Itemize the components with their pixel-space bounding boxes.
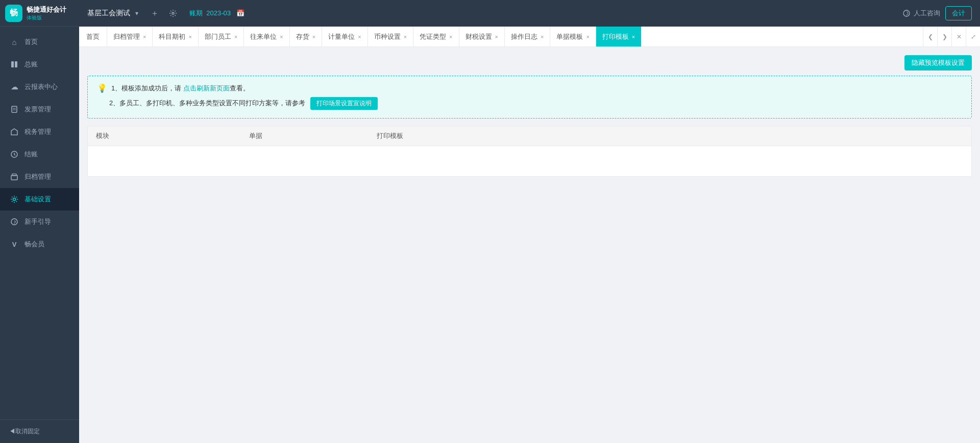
tab-nav-btns: ❮ ❯ ✕ ⤢ [923, 27, 980, 47]
svg-point-14 [906, 15, 906, 15]
sidebar-item-label: 结账 [24, 150, 38, 159]
col-module-header: 模块 [88, 131, 241, 141]
settings-icon [9, 194, 19, 204]
sidebar-item-reports[interactable]: ☁ 云报表中心 [0, 76, 79, 98]
tab-close-counterpart[interactable]: × [280, 34, 283, 40]
content-area: 隐藏预览模板设置 💡 1、模板添加成功后，请 点击刷新新页面查看。 2、多员工、… [79, 47, 980, 443]
tab-close-department[interactable]: × [234, 34, 237, 40]
sidebar-item-label: 税务管理 [24, 127, 51, 136]
tab-close-printtemplate[interactable]: × [632, 34, 635, 40]
hide-preview-btn[interactable]: 隐藏预览模板设置 [904, 55, 972, 71]
archive-icon [9, 172, 19, 182]
tab-counterpart[interactable]: 往来单位 × [244, 27, 289, 47]
tab-inventory[interactable]: 存货 × [290, 27, 322, 47]
logo-icon: 畅 [5, 5, 22, 22]
tab-finance[interactable]: 财税设置 × [459, 27, 505, 47]
sidebar-item-ledger[interactable]: 总账 [0, 53, 79, 76]
period-info: 账期 2023-03 📅 [189, 9, 244, 18]
notice-text-2: 2、多员工、多打印机、多种业务类型设置不同打印方案等，请参考 打印场景设置宣说明 [109, 97, 378, 110]
notice-print-btn[interactable]: 打印场景设置宣说明 [310, 97, 378, 110]
sidebar-item-member[interactable]: V 畅会员 [0, 233, 79, 255]
tab-bar: 首页 归档管理 × 科目期初 × 部门员工 × 往来单位 × 存货 × 计量单位… [79, 27, 980, 47]
sidebar-nav: ⌂ 首页 总账 ☁ 云报表中心 发票管理 税务管理 [0, 27, 79, 419]
tab-printtemplate[interactable]: 打印模板 × [596, 27, 642, 47]
add-btn[interactable]: ＋ [148, 6, 162, 20]
header-actions: ＋ [148, 6, 180, 20]
sidebar-item-label: 畅会员 [24, 240, 44, 249]
logo-text: 畅捷通好会计 体验版 [27, 5, 66, 21]
sidebar-item-label: 总账 [24, 60, 38, 69]
svg-point-12 [172, 12, 174, 14]
notice-text-1: 1、模板添加成功后，请 点击刷新新页面查看。 [111, 83, 250, 94]
sidebar-item-checkout[interactable]: 结账 [0, 143, 79, 166]
tab-expand-btn[interactable]: ⤢ [966, 27, 980, 47]
svg-point-11 [14, 223, 15, 224]
member-icon: V [9, 239, 19, 249]
svg-rect-2 [12, 106, 17, 112]
tab-subject[interactable]: 科目期初 × [153, 27, 198, 47]
table-header: 模块 单据 打印模板 [87, 126, 972, 146]
home-icon: ⌂ [9, 37, 19, 47]
tab-oplog[interactable]: 操作日志 × [505, 27, 550, 47]
tab-voucher[interactable]: 凭证类型 × [413, 27, 459, 47]
tab-currency[interactable]: 币种设置 × [368, 27, 413, 47]
info-notice: 💡 1、模板添加成功后，请 点击刷新新页面查看。 2、多员工、多打印机、多种业务… [87, 76, 972, 119]
calendar-icon[interactable]: 📅 [235, 9, 245, 17]
tab-close-voucher[interactable]: × [449, 34, 452, 40]
svg-rect-0 [11, 61, 14, 67]
notice-row-1: 💡 1、模板添加成功后，请 点击刷新新页面查看。 [97, 83, 962, 94]
tab-home[interactable]: 首页 [79, 27, 107, 47]
tab-close-all-btn[interactable]: ✕ [951, 27, 966, 47]
dropdown-btn[interactable]: ▾ [135, 10, 138, 17]
sidebar-item-label: 基础设置 [24, 195, 51, 204]
sidebar-item-tax[interactable]: 税务管理 [0, 121, 79, 143]
ledger-icon [9, 59, 19, 69]
support-btn[interactable]: 人工咨询 [903, 9, 940, 18]
kuaiji-btn[interactable]: 会计 [945, 6, 972, 20]
tab-close-subject[interactable]: × [188, 34, 191, 40]
invoice-icon [9, 104, 19, 114]
notice-link[interactable]: 点击刷新新页面 [181, 84, 230, 92]
tab-close-oplog[interactable]: × [541, 34, 544, 40]
tab-close-finance[interactable]: × [495, 34, 498, 40]
svg-rect-1 [15, 61, 17, 67]
top-right: 人工咨询 会计 [903, 6, 972, 20]
tab-department[interactable]: 部门员工 × [199, 27, 244, 47]
settings-btn[interactable] [166, 6, 180, 20]
sidebar-item-settings[interactable]: 基础设置 [0, 188, 79, 211]
notice-row-2: 2、多员工、多打印机、多种业务类型设置不同打印方案等，请参考 打印场景设置宣说明 [97, 97, 962, 110]
cloud-icon: ☁ [9, 82, 19, 92]
svg-point-9 [13, 198, 16, 201]
hide-preview-container: 隐藏预览模板设置 [87, 55, 972, 71]
tab-singleform[interactable]: 单据模板 × [550, 27, 596, 47]
tab-unit[interactable]: 计量单位 × [322, 27, 368, 47]
tax-icon [9, 127, 19, 137]
sidebar-footer[interactable]: ◀取消固定 [0, 419, 79, 443]
tab-next-btn[interactable]: ❯ [937, 27, 951, 47]
table-body [87, 146, 972, 177]
guide-icon [9, 217, 19, 227]
sidebar-item-invoice[interactable]: 发票管理 [0, 98, 79, 121]
notice-icon: 💡 [97, 83, 107, 93]
sidebar-item-label: 发票管理 [24, 105, 51, 114]
company-name: 基层工会测试 [87, 9, 130, 18]
top-header: 基层工会测试 ▾ ＋ 账期 2023-03 📅 人工咨询 会计 [79, 0, 980, 27]
tab-close-inventory[interactable]: × [312, 34, 315, 40]
tab-close-unit[interactable]: × [358, 34, 361, 40]
col-template-header: 打印模板 [369, 131, 971, 141]
tab-close-archive[interactable]: × [143, 34, 146, 40]
tab-close-singleform[interactable]: × [586, 34, 589, 40]
main-area: 基层工会测试 ▾ ＋ 账期 2023-03 📅 人工咨询 会计 首页 归档管理 … [79, 0, 980, 443]
sidebar-item-archive[interactable]: 归档管理 [0, 166, 79, 188]
sidebar-item-label: 新手引导 [24, 217, 51, 226]
logo: 畅 畅捷通好会计 体验版 [0, 0, 79, 27]
col-single-header: 单据 [241, 131, 369, 141]
sidebar-item-guide[interactable]: 新手引导 [0, 211, 79, 233]
tab-close-currency[interactable]: × [404, 34, 407, 40]
sidebar-item-home[interactable]: ⌂ 首页 [0, 31, 79, 53]
sidebar-item-label: 云报表中心 [24, 82, 58, 91]
tab-prev-btn[interactable]: ❮ [923, 27, 937, 47]
tab-archive[interactable]: 归档管理 × [107, 27, 153, 47]
checkout-icon [9, 149, 19, 159]
print-table: 模块 单据 打印模板 [87, 126, 972, 177]
